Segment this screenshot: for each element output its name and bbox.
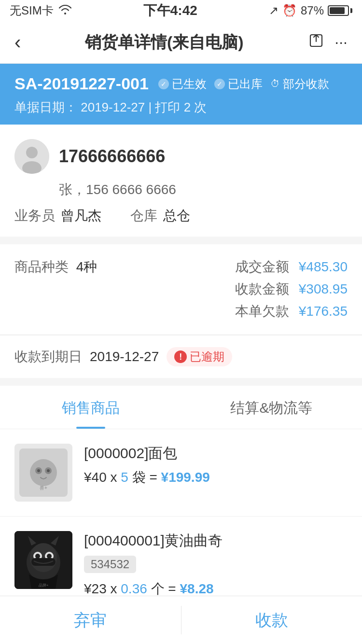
product-qty-2: 0.36 (121, 581, 147, 596)
due-date-value: 2019-12-27 (90, 349, 159, 364)
product-info-1: [0000002]面包 ¥40 x 5 袋 = ¥199.99 (84, 444, 348, 487)
status-shipped: ✓ 已出库 (214, 76, 263, 92)
product-name-1: [0000002]面包 (84, 444, 348, 463)
order-banner: SA-20191227-001 ✓ 已生效 ✓ 已出库 ⏱ 部分收款 单据日期：… (0, 64, 362, 125)
status-bar: 无SIM卡 下午4:42 ↗ ⏰ 87% (0, 0, 362, 21)
nav-actions: ··· (307, 32, 348, 53)
product-price-1: ¥40 x 5 袋 = ¥199.99 (84, 468, 348, 487)
product-thumbnail-1: 兽+ (14, 444, 72, 502)
svg-text:品牌+: 品牌+ (39, 583, 49, 588)
overdue-icon: ! (174, 350, 187, 363)
svg-point-8 (37, 469, 40, 472)
overdue-text: 已逾期 (190, 349, 224, 364)
stats-right: 成交金额 ¥485.30 收款金额 ¥308.95 本单欠款 ¥176.35 (235, 258, 348, 321)
product-total-2: ¥8.28 (180, 581, 213, 596)
customer-row: 17666666666 (14, 139, 348, 174)
svg-text:兽+: 兽+ (40, 485, 47, 490)
svg-point-2 (26, 147, 38, 158)
order-id: SA-20191227-001 (14, 74, 149, 93)
carrier-label: 无SIM卡 (10, 3, 54, 18)
status-partial: ⏱ 部分收款 (270, 76, 329, 92)
battery-percent: 87% (301, 4, 324, 17)
bottom-bar: 弃审 收款 (0, 596, 362, 644)
tabs-row: 销售商品 结算&物流等 (0, 386, 362, 429)
stats-row: 商品种类 4种 成交金额 ¥485.30 收款金额 ¥308.95 本单欠款 ¥… (14, 258, 348, 321)
location-icon: ↗ (269, 4, 278, 17)
sales-value: 曾凡杰 (61, 207, 101, 225)
status-tags: ✓ 已生效 ✓ 已出库 ⏱ 部分收款 (158, 76, 329, 92)
tab-products[interactable]: 销售商品 (0, 386, 181, 429)
confirm-button[interactable]: 收款 (181, 596, 362, 644)
svg-point-5 (30, 459, 57, 486)
status-right: ↗ ⏰ 87% (269, 4, 352, 17)
product-list: 兽+ [0000002]面包 ¥40 x 5 袋 = ¥199.99 (0, 429, 362, 613)
svg-point-16 (35, 554, 40, 559)
check-icon-2: ✓ (214, 79, 225, 89)
type-label: 商品种类 (14, 259, 69, 274)
overdue-badge: ! 已逾期 (167, 347, 232, 366)
warehouse-label: 仓库 (130, 207, 157, 225)
product-thumbnail-2: 品牌+ (14, 531, 72, 589)
alarm-icon: ⏰ (282, 4, 297, 17)
due-section: 收款到期日 2019-12-27 ! 已逾期 (0, 335, 362, 378)
wifi-icon (58, 4, 72, 17)
debt-amount: 本单欠款 ¥176.35 (235, 302, 348, 321)
customer-id: 17666666666 (59, 146, 165, 167)
svg-point-9 (47, 469, 50, 472)
status-time: 下午4:42 (143, 1, 197, 20)
order-id-row: SA-20191227-001 ✓ 已生效 ✓ 已出库 ⏱ 部分收款 (14, 74, 348, 93)
order-date-row: 单据日期： 2019-12-27 | 打印 2 次 (14, 99, 348, 116)
more-button[interactable]: ··· (334, 33, 348, 51)
tabs-section: 销售商品 结算&物流等 (0, 386, 362, 429)
list-item: 兽+ [0000002]面包 ¥40 x 5 袋 = ¥199.99 (0, 429, 362, 517)
warehouse-value: 总仓 (163, 207, 190, 225)
product-sku-2: 534532 (84, 556, 136, 573)
deal-amount: 成交金额 ¥485.30 (235, 258, 348, 276)
thumb-placeholder-2: 品牌+ (14, 531, 72, 589)
svg-point-17 (47, 554, 52, 559)
warehouse-meta: 仓库 总仓 (130, 207, 190, 225)
battery-indicator (328, 5, 352, 16)
type-value: 4种 (76, 259, 97, 274)
product-qty-1: 5 (121, 470, 128, 485)
due-label: 收款到期日 (14, 348, 82, 366)
received-amount: 收款金额 ¥308.95 (235, 280, 348, 298)
status-left: 无SIM卡 (10, 3, 72, 18)
check-icon-1: ✓ (158, 79, 169, 89)
product-name-2: [000400001]黄油曲奇 (84, 531, 348, 551)
customer-section: 17666666666 张，156 6666 6666 业务员 曾凡杰 仓库 总… (0, 125, 362, 237)
share-button[interactable] (307, 32, 325, 53)
date-label: 单据日期： (14, 100, 77, 114)
cancel-button[interactable]: 弃审 (0, 596, 181, 644)
divider-1 (0, 237, 362, 244)
product-info-2: [000400001]黄油曲奇 534532 ¥23 x 0.36 个 = ¥8… (84, 531, 348, 598)
nav-bar: ‹ 销货单详情(来自电脑) ··· (0, 21, 362, 64)
customer-name: 张，156 6666 6666 (59, 181, 348, 199)
avatar (14, 139, 49, 174)
tab-settlement[interactable]: 结算&物流等 (181, 386, 362, 429)
customer-meta: 业务员 曾凡杰 仓库 总仓 (14, 207, 348, 225)
order-date-value: 2019-12-27 (81, 100, 145, 114)
page-title: 销货单详情(来自电脑) (85, 31, 244, 54)
stats-section: 商品种类 4种 成交金额 ¥485.30 收款金额 ¥308.95 本单欠款 ¥… (0, 244, 362, 334)
back-button[interactable]: ‹ (14, 31, 21, 53)
status-effective: ✓ 已生效 (158, 76, 207, 92)
print-info: | 打印 2 次 (148, 100, 207, 114)
sales-meta: 业务员 曾凡杰 (14, 207, 101, 225)
product-total-1: ¥199.99 (161, 470, 210, 485)
stats-left: 商品种类 4种 (14, 258, 97, 276)
sales-label: 业务员 (14, 207, 55, 225)
thumb-placeholder-1: 兽+ (14, 444, 72, 502)
clock-icon: ⏱ (270, 78, 280, 89)
